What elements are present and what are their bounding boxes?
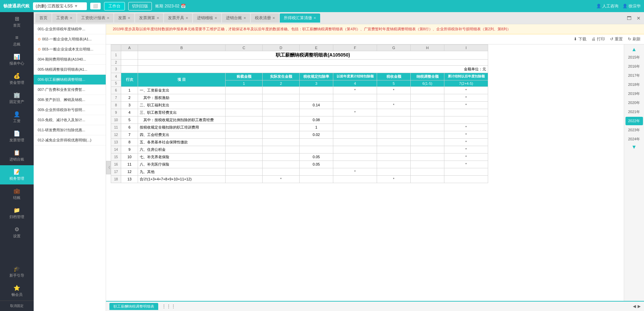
sidebar-item-reports[interactable]: 📊 报表中心 bbox=[0, 50, 34, 69]
download-icon: ⬇ bbox=[574, 37, 577, 41]
download-button[interactable]: ⬇ 下载 bbox=[574, 36, 586, 42]
table-row: 15 10 七、补充养老保险 0.05 bbox=[111, 153, 488, 161]
warning-text: 2019年度步及取以前年度结转数据的申报表单元格需要手工维护正确，才能保证本年及… bbox=[113, 27, 511, 31]
tab-close-icon[interactable]: ✕ bbox=[214, 16, 217, 20]
tab-bar: 首页 工资表 ✕ 工资统计报表 ✕ 发票 ✕ 发票测算 ✕ 发票开具 ✕ 进销稽… bbox=[34, 12, 644, 24]
salary-icon: 👤 bbox=[13, 111, 20, 117]
left-panel-item-010[interactable]: 010-免税、减计收入及加计... bbox=[34, 115, 106, 125]
subheader-I: 7(2+4-5) bbox=[444, 80, 488, 87]
user-menu[interactable]: 👤 徐淙华 bbox=[622, 3, 641, 9]
tab-purchase-ledger[interactable]: 进销台账 ✕ bbox=[222, 13, 250, 23]
tab-close-icon[interactable]: ✕ bbox=[128, 16, 130, 20]
refresh-button[interactable]: ↻ 刷新 bbox=[628, 36, 641, 42]
workspace-button[interactable]: 工作台 bbox=[104, 2, 125, 10]
row-num: 10 bbox=[111, 116, 121, 124]
left-panel-item-003[interactable]: ⊙ 003-一般企业业成本支出明细... bbox=[34, 44, 106, 55]
tab-salary[interactable]: 工资表 ✕ bbox=[52, 13, 76, 23]
year-nav-down[interactable]: ▼ bbox=[629, 144, 639, 150]
sidebar-item-label: 归档管理 bbox=[9, 214, 24, 219]
row-num: 9 bbox=[111, 109, 121, 116]
year-2023[interactable]: 2023年 bbox=[625, 126, 643, 134]
support-button[interactable]: 👤 人工咨询 bbox=[596, 3, 618, 9]
tab-invoice-calc[interactable]: 发票测算 ✕ bbox=[135, 13, 163, 23]
left-panel-item-007[interactable]: 007-广告费和业务宣传费暂... bbox=[34, 85, 106, 95]
tab-close-icon[interactable]: ✕ bbox=[185, 16, 188, 20]
year-2016[interactable]: 2016年 bbox=[625, 62, 643, 71]
unpin-button[interactable]: 取消固定 bbox=[0, 301, 34, 311]
tab-income-tax[interactable]: 所得税汇算清缴 ✕ bbox=[280, 13, 320, 23]
error-icon: ⊙ bbox=[38, 47, 41, 51]
tab-salary-stats[interactable]: 工资统计报表 ✕ bbox=[77, 13, 113, 23]
col-header-B: B bbox=[138, 44, 226, 51]
sheet-tab[interactable]: 职工薪酬纳税调整明细表 bbox=[109, 303, 158, 310]
sidebar-item-settings[interactable]: ⚙ 设置 bbox=[0, 223, 34, 242]
left-panel-item-005[interactable]: 005-纳税调整项目明细表(A1... bbox=[34, 65, 106, 75]
scroll-left-icon[interactable]: ◀ bbox=[633, 304, 636, 309]
ledger-icon: ≡ bbox=[15, 35, 18, 41]
year-2021[interactable]: 2021年 bbox=[625, 108, 643, 116]
tab-invoice[interactable]: 发票 ✕ bbox=[114, 13, 134, 23]
tab-purchase-check[interactable]: 进销稽核 ✕ bbox=[193, 13, 221, 23]
year-2018[interactable]: 2018年 bbox=[625, 80, 643, 89]
tab-close-icon[interactable]: ✕ bbox=[243, 16, 246, 20]
tab-invoice-issue[interactable]: 发票开具 ✕ bbox=[164, 13, 192, 23]
collapse-panel-button[interactable]: 《 bbox=[106, 161, 111, 174]
year-2015[interactable]: 2015年 bbox=[625, 53, 643, 62]
sidebar-item-assets[interactable]: 🏢 固定资产 bbox=[0, 89, 34, 108]
year-2020[interactable]: 2020年 bbox=[625, 99, 643, 107]
tab-home[interactable]: 首页 bbox=[35, 13, 52, 23]
year-2019[interactable]: 2019年 bbox=[625, 90, 643, 98]
year-2022[interactable]: 2022年 bbox=[625, 117, 643, 125]
reset-button[interactable]: ↺ 重置 bbox=[610, 36, 623, 42]
sidebar-item-funds[interactable]: 💰 资金管理 bbox=[0, 69, 34, 89]
sidebar-item-salary[interactable]: 👤 工资 bbox=[0, 108, 34, 127]
left-panel-item-012[interactable]: 012-减免企业所得税优惠明细(...) bbox=[34, 135, 106, 145]
table-row: 18 13 合计(1+3+4+7+8+9+10+11+12) * * bbox=[111, 175, 488, 183]
sidebar-item-archive[interactable]: 📁 归档管理 bbox=[0, 204, 34, 223]
left-panel-item-002[interactable]: ⊙ 002-一般企业收入明细表(A1... bbox=[34, 34, 106, 44]
left-panel-item-001[interactable]: 001-企业所得税年度纳税申... bbox=[34, 24, 106, 34]
sidebar-item-purchase[interactable]: 📋 进销台账 bbox=[0, 146, 34, 165]
left-panel-item-004[interactable]: 004-期间费用明细表(A1040... bbox=[34, 55, 106, 65]
sidebar-item-home[interactable]: ⊞ 首页 bbox=[0, 12, 34, 31]
sidebar-item-guide[interactable]: 🎓 新手引导 bbox=[0, 262, 34, 281]
sidebar-item-label: 报表中心 bbox=[9, 61, 24, 66]
scroll-right-icon[interactable]: ▶ bbox=[638, 304, 641, 309]
sheet-options-icon[interactable]: ⋮⋮⋮ bbox=[162, 304, 176, 309]
year-2017[interactable]: 2017年 bbox=[625, 71, 643, 80]
col-header-F: F bbox=[333, 44, 377, 51]
tab-close-icon[interactable]: ✕ bbox=[157, 16, 159, 20]
sidebar-item-label: 畅会员 bbox=[11, 292, 23, 297]
subheader-C: 1 bbox=[226, 80, 263, 87]
old-version-button[interactable]: 切到旧版 bbox=[128, 2, 152, 10]
row-num: 16 bbox=[111, 161, 121, 168]
error-icon: ⊙ bbox=[38, 37, 41, 41]
print-button[interactable]: 🖨 打印 bbox=[591, 36, 605, 42]
company-selector[interactable]: (勿删) 江西股宝-LSS ▼ bbox=[33, 2, 87, 10]
tab-close-icon[interactable]: ✕ bbox=[70, 16, 72, 20]
tab-close-icon[interactable]: ✕ bbox=[272, 16, 275, 20]
sidebar-item-tax[interactable]: 📝 税务管理 bbox=[0, 165, 34, 184]
year-2024[interactable]: 2024年 bbox=[625, 135, 643, 143]
tab-close-icon[interactable]: ✕ bbox=[313, 16, 316, 20]
period-calendar-icon[interactable]: 📅 bbox=[181, 4, 186, 8]
tab-close-icon[interactable]: ✕ bbox=[107, 16, 109, 20]
left-panel-item-011[interactable]: 011-研发费用加计扣除优惠... bbox=[34, 125, 106, 135]
vip-icon: ⭐ bbox=[13, 285, 20, 291]
copy-button[interactable]: ⬜ bbox=[90, 3, 101, 9]
sidebar-item-close[interactable]: 💼 结账 bbox=[0, 184, 34, 204]
tab-restore-button[interactable]: 🗖 bbox=[625, 15, 633, 22]
spreadsheet: A B C D E F G H I bbox=[111, 44, 488, 183]
left-panel-item-009[interactable]: 009-企业所得税弥补亏损明... bbox=[34, 105, 106, 115]
sidebar-item-invoice[interactable]: 📄 发票管理 bbox=[0, 127, 34, 146]
tab-tax-table[interactable]: 税表清册 ✕ bbox=[251, 13, 279, 23]
left-panel-item-006[interactable]: 006-职工薪酬纳税调整明细... bbox=[34, 75, 106, 85]
left-panel-item-008[interactable]: 008-资产折旧、摊销及纳税... bbox=[34, 95, 106, 105]
year-nav-up[interactable]: ▲ bbox=[629, 46, 639, 53]
table-container[interactable]: A B C D E F G H I bbox=[106, 44, 624, 301]
col-header-D: D bbox=[263, 44, 300, 51]
sidebar-item-vip[interactable]: ⭐ 畅会员 bbox=[0, 281, 34, 301]
tab-close-all-button[interactable]: ✕ bbox=[635, 15, 642, 22]
sidebar-item-ledger[interactable]: ≡ 总账 bbox=[0, 31, 34, 50]
col-header-C: C bbox=[226, 44, 263, 51]
